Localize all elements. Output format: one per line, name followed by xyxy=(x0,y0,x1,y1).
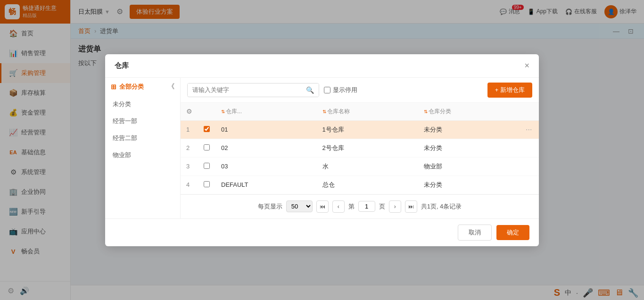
table-row[interactable]: 3 03 水 物业部 xyxy=(181,157,539,175)
search-box: 🔍 xyxy=(187,83,319,97)
row-checkbox-cell[interactable] xyxy=(198,120,215,139)
per-page-label: 每页显示 xyxy=(258,202,282,211)
page-input[interactable] xyxy=(358,201,375,212)
table-row[interactable]: 4 DEFAULT 总仓 未分类 xyxy=(181,175,539,194)
row-code: DEFAULT xyxy=(215,175,317,194)
sort-icon-category: ⇅ xyxy=(424,109,428,114)
category-panel: ⊞ 全部分类 《 未分类 经营一部 经营二部 物业部 xyxy=(105,78,181,218)
first-page-button[interactable]: ⏮ xyxy=(316,200,329,213)
warehouse-dialog: 仓库 × ⊞ 全部分类 《 未分类 经营一部 经营二部 物业部 xyxy=(105,54,539,246)
modal-overlay: 仓库 × ⊞ 全部分类 《 未分类 经营一部 经营二部 物业部 xyxy=(0,0,644,300)
search-input[interactable] xyxy=(188,83,301,96)
row-checkbox-cell[interactable] xyxy=(198,175,215,194)
show-disabled-label[interactable]: 显示停用 xyxy=(324,86,357,94)
dialog-footer: 取消 确定 xyxy=(105,218,539,246)
category-item-property[interactable]: 物业部 xyxy=(105,147,180,164)
prev-page-button[interactable]: ‹ xyxy=(332,200,345,213)
row-more[interactable] xyxy=(520,157,539,175)
row-checkbox-cell[interactable] xyxy=(198,157,215,175)
row-category: 未分类 xyxy=(418,175,520,194)
category-header-label: 全部分类 xyxy=(119,83,144,91)
warehouse-table: ⚙ ⇅仓库... ⇅仓库名称 ⇅仓库分类 1 01 1号仓库 未分 xyxy=(181,103,539,194)
show-disabled-checkbox[interactable] xyxy=(324,87,330,93)
row-number: 3 xyxy=(181,157,198,175)
sort-icon-name: ⇅ xyxy=(322,109,326,114)
dialog-close-button[interactable]: × xyxy=(524,61,529,71)
dialog-title: 仓库 xyxy=(115,61,129,70)
row-checkbox-cell[interactable] xyxy=(198,139,215,157)
add-warehouse-button[interactable]: + 新增仓库 xyxy=(487,83,532,98)
row-category: 物业部 xyxy=(418,157,520,175)
th-actions xyxy=(520,103,539,121)
row-more[interactable]: ··· xyxy=(520,120,539,139)
page-unit: 页 xyxy=(379,202,385,211)
row-name: 总仓 xyxy=(317,175,419,194)
row-code: 02 xyxy=(215,139,317,157)
row-checkbox[interactable] xyxy=(204,144,210,150)
th-category[interactable]: ⇅仓库分类 xyxy=(418,103,520,121)
th-checkbox xyxy=(198,103,215,121)
collapse-icon[interactable]: 《 xyxy=(168,83,174,91)
row-number: 1 xyxy=(181,120,198,139)
category-item-dept2[interactable]: 经营二部 xyxy=(105,130,180,147)
category-header[interactable]: ⊞ 全部分类 《 xyxy=(105,78,180,96)
more-icon[interactable]: ··· xyxy=(526,125,532,133)
row-checkbox[interactable] xyxy=(204,163,210,169)
th-code[interactable]: ⇅仓库... xyxy=(215,103,317,121)
table-row[interactable]: 2 02 2号仓库 未分类 xyxy=(181,139,539,157)
total-info: 共1页, 4条记录 xyxy=(421,202,462,211)
sort-icon-code: ⇅ xyxy=(221,109,225,114)
last-page-button[interactable]: ⏭ xyxy=(405,200,417,213)
row-name: 水 xyxy=(317,157,419,175)
row-name: 1号仓库 xyxy=(317,120,419,139)
th-name[interactable]: ⇅仓库名称 xyxy=(317,103,419,121)
dialog-header: 仓库 × xyxy=(105,54,539,78)
row-more[interactable] xyxy=(520,175,539,194)
row-code: 03 xyxy=(215,157,317,175)
row-number: 2 xyxy=(181,139,198,157)
search-button[interactable]: 🔍 xyxy=(301,83,319,97)
category-item-dept1[interactable]: 经营一部 xyxy=(105,113,180,130)
content-panel: 🔍 显示停用 + 新增仓库 ⚙ xyxy=(181,78,539,218)
row-category: 未分类 xyxy=(418,139,520,157)
row-number: 4 xyxy=(181,175,198,194)
pagination: 每页显示 50 10 20 100 ⏮ ‹ 第 页 › ⏭ 共1页, 4条记录 xyxy=(181,194,539,218)
row-checkbox[interactable] xyxy=(204,126,210,132)
next-page-button[interactable]: › xyxy=(389,200,401,213)
dialog-body: ⊞ 全部分类 《 未分类 经营一部 经营二部 物业部 🔍 xyxy=(105,78,539,218)
table-row[interactable]: 1 01 1号仓库 未分类 ··· xyxy=(181,120,539,139)
show-disabled-text: 显示停用 xyxy=(333,86,357,94)
table-wrap: ⚙ ⇅仓库... ⇅仓库名称 ⇅仓库分类 1 01 1号仓库 未分 xyxy=(181,103,539,194)
row-category: 未分类 xyxy=(418,120,520,139)
row-more[interactable] xyxy=(520,139,539,157)
category-grid-icon: ⊞ xyxy=(111,83,116,91)
per-page-select[interactable]: 50 10 20 100 xyxy=(286,200,313,212)
content-toolbar: 🔍 显示停用 + 新增仓库 xyxy=(181,78,539,103)
table-header-row: ⚙ ⇅仓库... ⇅仓库名称 ⇅仓库分类 xyxy=(181,103,539,121)
row-checkbox[interactable] xyxy=(204,181,210,187)
category-item-unclassified[interactable]: 未分类 xyxy=(105,96,180,113)
confirm-button[interactable]: 确定 xyxy=(496,225,529,240)
row-code: 01 xyxy=(215,120,317,139)
page-label: 第 xyxy=(348,202,355,211)
table-body: 1 01 1号仓库 未分类 ··· 2 02 2号仓库 未分类 3 03 水 物… xyxy=(181,120,539,194)
th-gear[interactable]: ⚙ xyxy=(181,103,198,121)
cancel-button[interactable]: 取消 xyxy=(458,225,492,241)
row-name: 2号仓库 xyxy=(317,139,419,157)
table-settings-icon: ⚙ xyxy=(186,108,192,115)
